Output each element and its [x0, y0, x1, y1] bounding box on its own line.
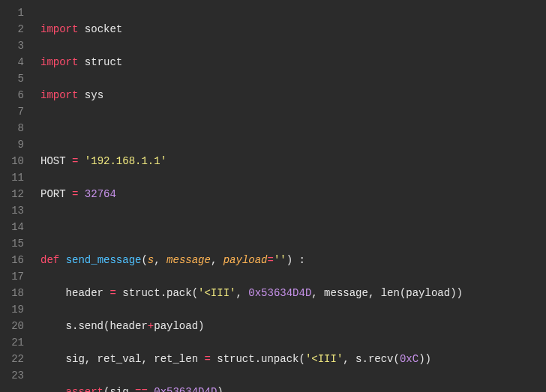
code-line: import socket	[40, 21, 463, 37]
line-number: 21	[0, 334, 24, 351]
code-editor-content[interactable]: import socket import struct import sys H…	[33, 0, 463, 392]
line-number: 15	[0, 235, 24, 252]
line-number: 3	[0, 37, 24, 54]
code-line	[40, 120, 463, 136]
line-number: 16	[0, 252, 24, 268]
code-line: header = struct.pack('<III', 0x53634D4D,…	[40, 285, 463, 301]
line-number: 6	[0, 87, 24, 103]
code-line: import struct	[40, 54, 463, 70]
line-number: 19	[0, 301, 24, 318]
code-line: import sys	[40, 87, 463, 103]
code-line: def send_message(s, message, payload='')…	[40, 252, 463, 268]
code-line	[40, 219, 463, 235]
code-line: assert(sig == 0x53634D4D)	[40, 384, 463, 392]
code-line: HOST = '192.168.1.1'	[40, 153, 463, 169]
line-number: 10	[0, 153, 24, 169]
line-number: 11	[0, 169, 24, 186]
line-number: 14	[0, 219, 24, 235]
line-number-gutter: 1 2 3 4 5 6 7 8 9 10 11 12 13 14 15 16 1…	[0, 0, 33, 392]
line-number: 2	[0, 21, 24, 37]
code-line: PORT = 32764	[40, 186, 463, 202]
line-number: 7	[0, 103, 24, 120]
line-number: 12	[0, 186, 24, 202]
line-number: 13	[0, 202, 24, 219]
line-number: 4	[0, 54, 24, 70]
code-line: sig, ret_val, ret_len = struct.unpack('<…	[40, 351, 463, 367]
line-number: 22	[0, 351, 24, 367]
line-number: 5	[0, 70, 24, 87]
line-number: 23	[0, 367, 24, 384]
line-number: 1	[0, 4, 24, 21]
line-number: 9	[0, 136, 24, 153]
line-number: 18	[0, 285, 24, 301]
code-line: s.send(header+payload)	[40, 318, 463, 334]
line-number: 17	[0, 268, 24, 285]
line-number: 20	[0, 318, 24, 334]
line-number: 8	[0, 120, 24, 136]
